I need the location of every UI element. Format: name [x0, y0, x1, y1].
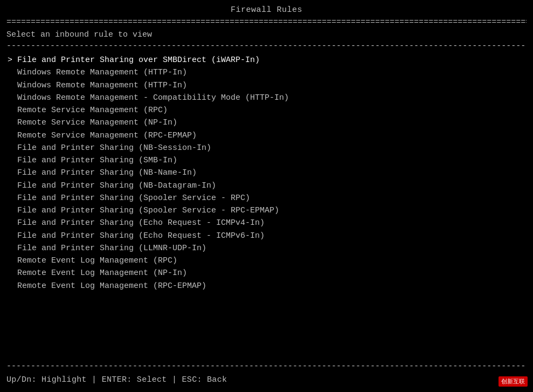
- list-item[interactable]: Remote Event Log Management (RPC): [6, 255, 527, 267]
- list-item[interactable]: File and Printer Sharing (Spooler Servic…: [6, 192, 527, 204]
- item-label: File and Printer Sharing (Echo Request -…: [17, 217, 265, 229]
- sub-separator: ----------------------------------------…: [6, 40, 527, 52]
- item-label: File and Printer Sharing (NB-Session-In): [17, 142, 211, 154]
- item-label: Windows Remote Management (HTTP-In): [17, 66, 187, 79]
- item-label: File and Printer Sharing (NB-Name-In): [17, 167, 197, 179]
- list-item[interactable]: File and Printer Sharing (SMB-In): [6, 154, 527, 167]
- window-title: Firewall Rules: [6, 5, 527, 15]
- menu-list: > File and Printer Sharing over SMBDirec…: [6, 54, 527, 359]
- item-label: Remote Event Log Management (RPC): [17, 255, 177, 267]
- list-item[interactable]: Remote Service Management (NP-In): [6, 116, 527, 129]
- list-item[interactable]: File and Printer Sharing (NB-Name-In): [6, 167, 527, 179]
- selection-arrow: >: [8, 54, 17, 66]
- list-item[interactable]: Remote Event Log Management (RPC-EPMAP): [6, 280, 527, 292]
- list-item[interactable]: > File and Printer Sharing over SMBDirec…: [6, 54, 527, 66]
- item-label: File and Printer Sharing (Spooler Servic…: [17, 192, 250, 204]
- list-item[interactable]: File and Printer Sharing (LLMNR-UDP-In): [6, 242, 527, 255]
- item-label: File and Printer Sharing (Spooler Servic…: [17, 204, 279, 217]
- bottom-separator: ----------------------------------------…: [6, 361, 527, 372]
- list-item[interactable]: File and Printer Sharing (Spooler Servic…: [6, 204, 527, 217]
- list-item[interactable]: Remote Service Management (RPC-EPMAP): [6, 129, 527, 142]
- list-item[interactable]: File and Printer Sharing (NB-Session-In): [6, 142, 527, 154]
- terminal-screen: Firewall Rules =========================…: [0, 0, 533, 392]
- list-item[interactable]: File and Printer Sharing (Echo Request -…: [6, 230, 527, 242]
- list-item[interactable]: File and Printer Sharing (Echo Request -…: [6, 217, 527, 229]
- item-label: Windows Remote Management (HTTP-In): [17, 79, 187, 92]
- item-label: File and Printer Sharing over SMBDirect …: [17, 54, 260, 66]
- item-label: File and Printer Sharing (LLMNR-UDP-In): [17, 242, 206, 255]
- watermark: 创新互联: [499, 376, 528, 387]
- item-label: Windows Remote Management - Compatibilit…: [17, 92, 289, 104]
- footer-bar: Up/Dn: Highlight | ENTER: Select | ESC: …: [6, 375, 527, 387]
- item-label: Remote Service Management (RPC-EPMAP): [17, 129, 197, 142]
- list-item[interactable]: File and Printer Sharing (NB-Datagram-In…: [6, 180, 527, 192]
- item-label: Remote Event Log Management (NP-In): [17, 267, 187, 279]
- item-label: File and Printer Sharing (Echo Request -…: [17, 230, 265, 242]
- list-item[interactable]: Windows Remote Management (HTTP-In): [6, 66, 527, 79]
- list-item[interactable]: Remote Event Log Management (NP-In): [6, 267, 527, 279]
- item-label: File and Printer Sharing (SMB-In): [17, 154, 177, 167]
- item-label: Remote Event Log Management (RPC-EPMAP): [17, 280, 206, 292]
- list-item[interactable]: Windows Remote Management - Compatibilit…: [6, 92, 527, 104]
- subtitle-text: Select an inbound rule to view: [6, 30, 527, 39]
- footer-help-text: Up/Dn: Highlight | ENTER: Select | ESC: …: [6, 375, 227, 384]
- list-item[interactable]: Windows Remote Management (HTTP-In): [6, 79, 527, 92]
- item-label: File and Printer Sharing (NB-Datagram-In…: [17, 180, 216, 192]
- item-label: Remote Service Management (RPC): [17, 104, 168, 116]
- item-label: Remote Service Management (NP-In): [17, 116, 177, 129]
- list-item[interactable]: Remote Service Management (RPC): [6, 104, 527, 116]
- top-separator: ========================================…: [6, 17, 527, 28]
